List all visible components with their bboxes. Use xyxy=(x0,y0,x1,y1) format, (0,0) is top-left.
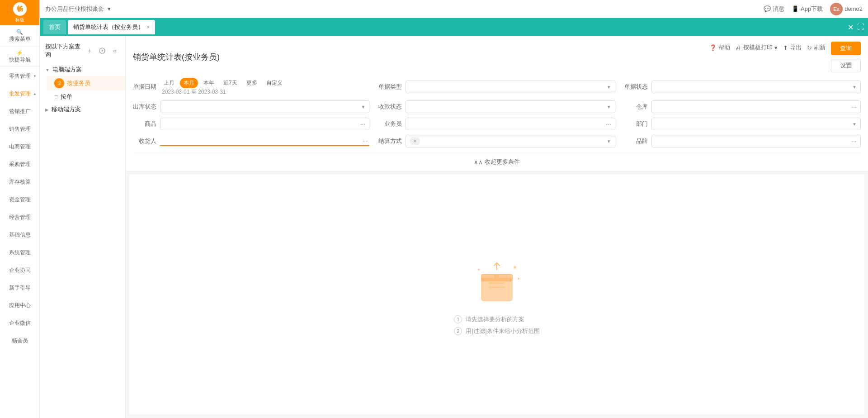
salesperson-dots-icon[interactable]: ··· xyxy=(606,120,611,128)
sidebar-item-operations[interactable]: 经营管理 xyxy=(0,208,39,226)
avatar: Ea xyxy=(830,3,843,15)
query-button[interactable]: 查询 xyxy=(831,42,861,55)
tab-close-icon[interactable]: × xyxy=(146,24,150,30)
page-title: 销货单统计表(按业务员) xyxy=(133,52,220,62)
tab-home[interactable]: 首页 xyxy=(43,20,66,34)
doc-status-arrow-icon: ▼ xyxy=(852,85,857,90)
close-window-icon[interactable]: ✕ xyxy=(848,23,854,32)
filter-date: 单据日期 上月 本月 本年 近7天 更多 自定义 2023-03-01 至 20… xyxy=(133,78,369,96)
tab-sales-stat[interactable]: 销货单统计表（按业务员） × xyxy=(68,20,155,34)
topbar-right: 💬 消息 📱 App下载 Ea demo2 xyxy=(764,3,863,15)
export-btn[interactable]: ⬆ 导出 xyxy=(783,43,802,52)
empty-tips: 1 请先选择要分析的方案 2 用[过滤]条件来缩小分析范围 xyxy=(454,315,539,335)
svg-rect-3 xyxy=(489,282,505,284)
sidebar-item-basic[interactable]: 基础信息 xyxy=(0,226,39,243)
doc-type-select[interactable]: ▼ xyxy=(406,81,615,93)
sidebar-item-newbie[interactable]: 新手引导 xyxy=(0,279,39,296)
logo-text: 标版 xyxy=(15,17,24,23)
tree-child-by-order[interactable]: ≡ 按单 xyxy=(47,90,125,103)
sidebar-logo[interactable]: 畅 标版 xyxy=(0,0,40,25)
empty-tip-1: 1 请先选择要分析的方案 xyxy=(454,315,539,323)
tree-pc-children: ☑ 按业务员 ≡ 按单 xyxy=(40,76,125,103)
fullscreen-icon[interactable]: ⛶ xyxy=(857,23,864,31)
app-download-btn[interactable]: 📱 App下载 xyxy=(792,5,823,13)
payment-clear-tag: × xyxy=(410,137,420,145)
sidebar-item-ecommerce[interactable]: 电商管理 xyxy=(0,138,39,155)
empty-tip-2: 2 用[过滤]条件来缩小分析范围 xyxy=(454,327,539,335)
right-panel: 销货单统计表(按业务员) ❓ 帮助 🖨 按模板打印 ▾ xyxy=(126,36,868,418)
pay-status-select[interactable]: ▼ xyxy=(406,100,615,113)
topbar-left: 办公用品行业模拟账套 ▾ xyxy=(45,5,111,13)
topbar: 办公用品行业模拟账套 ▾ 💬 消息 📱 App下载 Ea demo2 xyxy=(40,0,868,18)
empty-illustration xyxy=(470,254,524,308)
filter-brand: 品牌 ··· xyxy=(624,135,861,147)
sidebar-item-enterprise[interactable]: 企业协同 xyxy=(0,261,39,279)
left-panel: 按以下方案查询 + « ▼ 电脑端方案 ☑ 按业务员 xyxy=(40,36,126,418)
date-btn-more[interactable]: 更多 xyxy=(243,78,261,88)
tree-mobile-section[interactable]: ▶ 移动端方案 xyxy=(40,103,125,116)
consignee-dots-icon[interactable]: ··· xyxy=(363,137,368,144)
sidebar-item-app-center[interactable]: 应用中心 xyxy=(0,296,39,314)
sidebar-item-member[interactable]: 畅会员 xyxy=(0,332,39,349)
sidebar-item-finance[interactable]: 资金管理 xyxy=(0,190,39,208)
edit-scheme-btn[interactable] xyxy=(97,46,107,56)
salesperson-select[interactable]: ··· xyxy=(406,118,615,130)
left-panel-actions: + « xyxy=(85,46,120,56)
brand-dots-icon[interactable]: ··· xyxy=(851,138,857,145)
doc-status-select[interactable]: ▼ xyxy=(651,81,861,93)
print-dropdown-icon[interactable]: ▾ xyxy=(774,44,778,51)
tree-section: ▼ 电脑端方案 ☑ 按业务员 ≡ 按单 ▶ 移动端方案 xyxy=(40,62,125,118)
topbar-dropdown-btn[interactable]: ▾ xyxy=(108,5,111,12)
sidebar-search[interactable]: 🔍 搜索菜单 xyxy=(0,25,39,47)
sidebar-item-marketing[interactable]: 营销推广 xyxy=(0,102,39,120)
collapse-btn[interactable]: ∧∧ 收起更多条件 xyxy=(468,156,525,168)
filter-consignee: 收货人 ··· xyxy=(133,135,369,147)
help-btn[interactable]: ❓ 帮助 xyxy=(709,43,730,52)
add-scheme-btn[interactable]: + xyxy=(85,46,94,56)
refresh-btn[interactable]: ↻ 刷新 xyxy=(807,43,826,52)
sidebar-item-corp-wechat[interactable]: 企业微信 xyxy=(0,314,39,332)
brand-select[interactable]: ··· xyxy=(651,135,861,147)
date-bar: 上月 本月 本年 近7天 更多 自定义 xyxy=(160,78,369,88)
out-status-arrow-icon: ▼ xyxy=(361,104,365,109)
filter-doc-status: 单据状态 ▼ xyxy=(624,78,861,96)
out-status-select[interactable]: ▼ xyxy=(160,100,369,113)
messages-btn[interactable]: 💬 消息 xyxy=(764,5,784,13)
sidebar-item-inventory[interactable]: 库存核算 xyxy=(0,173,39,190)
filter-salesperson: 业务员 ··· xyxy=(378,118,615,130)
user-menu-btn[interactable]: Ea demo2 xyxy=(830,3,863,15)
sidebar-item-retail[interactable]: 零售管理 xyxy=(0,67,39,85)
warehouse-select[interactable]: ··· xyxy=(651,100,861,113)
sidebar-item-purchase[interactable]: 采购管理 xyxy=(0,155,39,173)
settings-button[interactable]: 设置 xyxy=(831,59,861,72)
tree-pc-section[interactable]: ▼ 电脑端方案 xyxy=(40,63,125,76)
warehouse-dots-icon[interactable]: ··· xyxy=(851,103,857,110)
collapse-up-icon: ∧∧ xyxy=(474,159,483,166)
sidebar-item-system[interactable]: 系统管理 xyxy=(0,243,39,261)
payment-clear-icon[interactable]: × xyxy=(413,138,416,144)
sidebar-shortcut[interactable]: ⚡ 快捷导航 xyxy=(0,47,39,67)
date-btn-this-year[interactable]: 本年 xyxy=(200,78,218,88)
tree-child-by-salesperson[interactable]: ☑ 按业务员 xyxy=(47,76,125,90)
goods-dots-icon[interactable]: ··· xyxy=(360,120,366,128)
date-btn-custom[interactable]: 自定义 xyxy=(263,78,286,88)
svg-point-7 xyxy=(518,278,519,280)
date-btn-last7days[interactable]: 近7天 xyxy=(220,78,241,88)
dept-select[interactable]: ▼ xyxy=(651,118,861,130)
refresh-icon: ↻ xyxy=(807,44,812,51)
sidebar-item-sales[interactable]: 销售管理 xyxy=(0,120,39,138)
template-print-btn[interactable]: 🖨 按模板打印 ▾ xyxy=(736,43,778,52)
svg-rect-4 xyxy=(489,286,505,288)
collapse-panel-btn[interactable]: « xyxy=(110,46,120,56)
filter-pay-status: 收款状态 ▼ xyxy=(378,100,615,113)
goods-select[interactable]: ··· xyxy=(160,118,369,130)
filter-payment: 结算方式 × ▼ xyxy=(378,135,615,147)
svg-point-5 xyxy=(514,266,516,269)
payment-select[interactable]: × ▼ xyxy=(406,135,615,147)
date-btn-this-month[interactable]: 本月 xyxy=(180,78,198,88)
message-icon: 💬 xyxy=(764,5,771,12)
pay-status-arrow-icon: ▼ xyxy=(607,104,611,109)
date-btn-last-month[interactable]: 上月 xyxy=(160,78,178,88)
empty-state: 1 请先选择要分析的方案 2 用[过滤]条件来缩小分析范围 xyxy=(129,174,864,414)
sidebar-item-wholesale[interactable]: 批发管理 xyxy=(0,85,39,102)
